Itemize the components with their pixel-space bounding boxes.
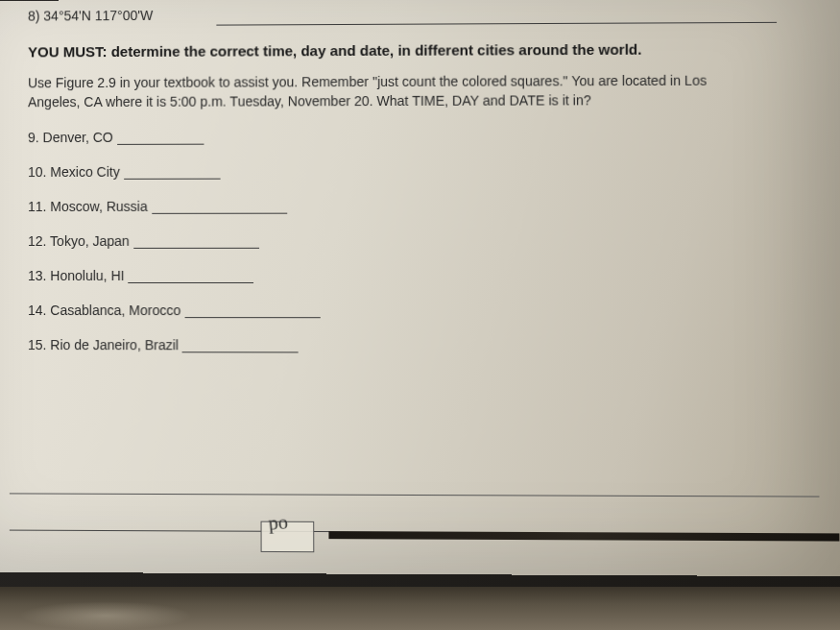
worksheet-paper: 8) 34°54'N 117°00'W YOU MUST: determine … xyxy=(0,0,840,576)
answer-blank[interactable] xyxy=(124,165,220,179)
question-label: 9. Denver, CO xyxy=(28,130,113,145)
answer-blank[interactable] xyxy=(184,304,320,318)
question-item: 12. Tokyo, Japan xyxy=(28,232,818,249)
answer-blank[interactable] xyxy=(152,200,287,213)
instructions-text: Use Figure 2.9 in your textbook to assis… xyxy=(24,70,817,112)
divider-line xyxy=(216,22,777,26)
question-list: 9. Denver, CO 10. Mexico City 11. Moscow… xyxy=(24,127,818,352)
question-item: 9. Denver, CO xyxy=(28,127,817,144)
desk-highlight xyxy=(19,601,192,630)
question-item: 10. Mexico City xyxy=(28,162,817,180)
question-item: 13. Honolulu, HI xyxy=(28,267,818,282)
section-heading: YOU MUST: determine the correct time, da… xyxy=(24,40,816,61)
footer-rule xyxy=(10,493,820,497)
answer-blank[interactable] xyxy=(133,234,259,248)
answer-blank[interactable] xyxy=(117,131,204,144)
question-item: 15. Rio de Janeiro, Brazil xyxy=(28,337,818,353)
signature-mark: po xyxy=(268,511,289,535)
question-label: 12. Tokyo, Japan xyxy=(28,232,130,248)
question-item: 14. Casablanca, Morocco xyxy=(28,303,818,318)
question-item: 11. Moscow, Russia xyxy=(28,197,817,213)
partial-previous-question: 8) 34°54'N 117°00'W xyxy=(24,4,816,23)
page-footer-area: po xyxy=(0,493,840,555)
question-label: 10. Mexico City xyxy=(28,163,120,179)
answer-blank[interactable] xyxy=(129,270,254,283)
question-label: 15. Rio de Janeiro, Brazil xyxy=(28,337,179,352)
question-label: 11. Moscow, Russia xyxy=(28,198,148,213)
dark-strip xyxy=(328,531,839,542)
desk-surface xyxy=(0,587,840,630)
question-label: 14. Casablanca, Morocco xyxy=(28,303,180,318)
question-label: 13. Honolulu, HI xyxy=(28,268,125,283)
answer-blank[interactable] xyxy=(182,339,299,352)
